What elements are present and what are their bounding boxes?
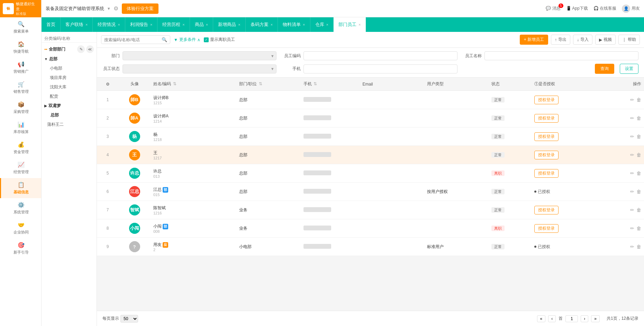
phone-sort-icon[interactable]: ⇅	[314, 81, 317, 86]
page-number-input[interactable]	[565, 315, 578, 322]
tab-close-icon[interactable]: ×	[150, 23, 152, 27]
edit-button[interactable]: ✏	[630, 170, 634, 176]
dept-sort-icon[interactable]: ⇅	[259, 81, 262, 86]
add-employee-button[interactable]: + 新增员工	[520, 35, 548, 45]
tab-warehouse[interactable]: 仓库 ×	[310, 17, 334, 32]
edit-button[interactable]: ✏	[630, 189, 634, 194]
sidebar-item-corp[interactable]: 🤝 企业协同	[0, 218, 41, 238]
grant-login-button[interactable]: 授权登录	[534, 169, 559, 178]
user-menu-button[interactable]: 👤 用友	[622, 5, 640, 13]
emp-code-input[interactable]	[303, 51, 457, 60]
emp-name-input[interactable]	[484, 51, 638, 60]
dept-group-zongbu2[interactable]: 总部	[42, 111, 97, 120]
tab-close-icon[interactable]: ×	[271, 23, 273, 27]
dept-item-xiaodianbu[interactable]: 小电部	[44, 64, 97, 73]
tab-close-icon[interactable]: ×	[118, 23, 120, 27]
tab-close-icon[interactable]: ×	[85, 23, 88, 27]
settings-col-icon[interactable]: ⚙	[106, 82, 110, 87]
edit-button[interactable]: ✏	[630, 244, 634, 249]
tab-bom[interactable]: 物料清单 ×	[278, 17, 310, 32]
last-page-button[interactable]: »	[591, 315, 600, 322]
grant-login-button[interactable]: 授权登录	[534, 206, 559, 214]
sidebar-item-search-menu[interactable]: 🔍 搜索菜单	[0, 17, 41, 37]
view-button[interactable]: ▶ 视频	[595, 35, 616, 45]
edit-button[interactable]: ✏	[630, 207, 634, 213]
sidebar-item-inventory[interactable]: 📊 库存核算	[0, 118, 41, 138]
tab-close-icon[interactable]: ×	[206, 23, 208, 27]
edit-button[interactable]: ✏	[630, 152, 634, 158]
grant-login-button[interactable]: 授权登录	[534, 114, 559, 123]
edit-button[interactable]: ✏	[630, 226, 634, 231]
tab-customers[interactable]: 客户联络 ×	[61, 17, 93, 32]
help-button[interactable]: ｜ 帮助	[618, 35, 640, 45]
online-service-button[interactable]: 🎧 在线客服	[593, 6, 616, 11]
dept-item-peihuo[interactable]: 配货	[44, 92, 97, 101]
query-button[interactable]: 查询	[595, 64, 614, 74]
app-download-button[interactable]: 📱 App下载	[566, 6, 588, 11]
next-page-button[interactable]: ›	[581, 315, 588, 322]
tab-goods[interactable]: 商品 ×	[190, 17, 213, 32]
edit-button[interactable]: ✏	[630, 115, 634, 121]
sidebar-item-basic-info[interactable]: 📋 基础信息	[0, 178, 41, 198]
delete-button[interactable]: 🗑	[636, 244, 641, 249]
dept-item-xiangmu[interactable]: 项目库房	[44, 73, 97, 82]
tab-close-icon[interactable]: ×	[238, 23, 240, 27]
tab-dept-employee[interactable]: 部门员工 ×	[334, 17, 366, 32]
tab-close-icon[interactable]: ×	[303, 23, 305, 27]
dept-select[interactable]	[123, 51, 276, 60]
dept-add-icon[interactable]: ✎	[77, 45, 85, 53]
page-size-select[interactable]: 50 100	[120, 315, 138, 323]
tab-close-icon[interactable]: ×	[182, 23, 184, 27]
tab-profit-report[interactable]: 利润报告 ×	[125, 17, 157, 32]
tab-home[interactable]: 首页	[42, 17, 61, 32]
tab-operations-status[interactable]: 经营情况 ×	[93, 17, 125, 32]
delete-button[interactable]: 🗑	[636, 134, 641, 139]
dept-group-shuangyuanmeng[interactable]: ▶ 双鸢梦	[42, 101, 97, 111]
grant-login-button[interactable]: 授权登录	[534, 224, 559, 233]
delete-button[interactable]: 🗑	[636, 226, 641, 231]
delete-button[interactable]: 🗑	[636, 207, 641, 213]
tab-operations-history[interactable]: 经营历程 ×	[157, 17, 190, 32]
topbar-dropdown-icon[interactable]: ▾	[108, 6, 110, 11]
edit-button[interactable]: ✏	[630, 97, 634, 103]
export-button[interactable]: ↑ 导出	[551, 35, 570, 45]
dept-group-zongbu[interactable]: ▼ 总部	[42, 54, 97, 64]
dept-item-shenyang[interactable]: 沈阳大库	[44, 82, 97, 92]
all-dept-label[interactable]: ▪▪ 全部部门	[44, 46, 65, 52]
dept-search-input[interactable]	[44, 36, 96, 41]
tab-barcode[interactable]: 条码方案 ×	[246, 17, 278, 32]
emp-status-select[interactable]	[123, 64, 276, 73]
tab-new-goods[interactable]: 新增商品 ×	[213, 17, 245, 32]
first-page-button[interactable]: «	[537, 315, 546, 322]
employee-search-input[interactable]	[104, 37, 160, 42]
settings-button[interactable]: 设置	[620, 64, 638, 74]
sidebar-item-sales[interactable]: 🛒 销售管理	[0, 78, 41, 98]
delete-button[interactable]: 🗑	[636, 170, 641, 176]
delete-button[interactable]: 🗑	[636, 152, 641, 158]
grant-login-button[interactable]: 授权登录	[534, 96, 559, 104]
phone-input[interactable]	[303, 64, 457, 73]
edit-button[interactable]: ✏	[630, 134, 634, 139]
sidebar-item-system[interactable]: ⚙️ 系统管理	[0, 198, 41, 218]
prev-page-button[interactable]: ‹	[548, 315, 556, 322]
message-button[interactable]: 💬 5 消息	[546, 6, 560, 11]
sidebar-item-purchase[interactable]: 📦 采购管理	[0, 98, 41, 118]
settings-gear-icon[interactable]: ⚙	[114, 5, 118, 12]
more-conditions-button[interactable]: ▼ 更多条件 ∧	[174, 37, 200, 43]
delete-button[interactable]: 🗑	[636, 97, 641, 103]
import-button[interactable]: ↓ 导入	[573, 35, 592, 45]
delete-button[interactable]: 🗑	[636, 189, 641, 194]
grant-login-button[interactable]: 授权登录	[534, 151, 559, 159]
show-resigned-checkbox[interactable]: ✓ 显示离职员工	[204, 37, 235, 43]
sidebar-item-finance[interactable]: 💰 资金管理	[0, 138, 41, 158]
tab-close-icon[interactable]: ×	[326, 23, 328, 27]
delete-button[interactable]: 🗑	[636, 115, 641, 121]
dept-item-puputu[interactable]: 蒲朴王二	[42, 120, 97, 129]
tab-close-active-icon[interactable]: ×	[359, 23, 361, 27]
sidebar-item-marketing[interactable]: 📢 营销推广	[0, 58, 41, 78]
name-sort-icon[interactable]: ⇅	[173, 81, 176, 86]
try-solution-button[interactable]: 体验行业方案	[122, 3, 158, 14]
sidebar-item-guide[interactable]: 🎯 新手引导	[0, 238, 41, 258]
sidebar-item-quick-nav[interactable]: 🏠 快捷导航	[0, 37, 41, 58]
grant-login-button[interactable]: 授权登录	[534, 132, 559, 141]
